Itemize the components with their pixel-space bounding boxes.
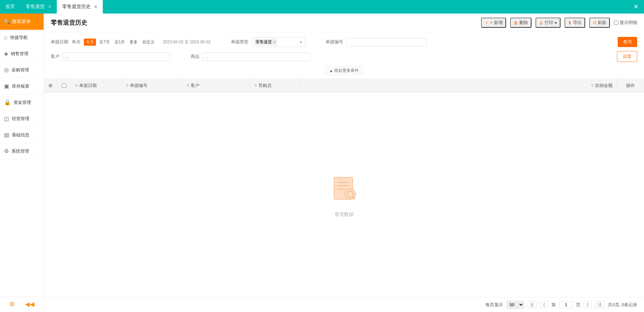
sidebar-item-quick-nav-label: 快捷导航 (10, 35, 28, 41)
tab-retail-return-close[interactable]: ✕ (48, 4, 51, 9)
date-options: 昨天 今天 近7天 近1月 更多 自定义 (71, 39, 156, 46)
page-label-prefix: 第 (551, 302, 556, 308)
bill-type-select[interactable]: 零售退货 ✕ ▾ (251, 37, 305, 47)
collapse-icon: ▲ (329, 68, 333, 73)
date-option-custom[interactable]: 自定义 (141, 39, 156, 46)
sidebar-item-sales-mgmt-label: 销售管理 (11, 51, 28, 57)
sales-icon: ◈ (4, 50, 8, 57)
th-checkbox[interactable] (57, 79, 71, 92)
th-gear[interactable]: ⚙ (44, 79, 57, 92)
sidebar-item-operations[interactable]: ◫ 经营管理 (0, 111, 44, 127)
tab-retail-return-history[interactable]: 零售退货历史 ✕ (57, 0, 103, 14)
prev-page-button[interactable]: ⟨ (540, 301, 548, 308)
last-page-button[interactable]: ⟩⟩ (595, 301, 604, 308)
sidebar-bottom: ⚙ ◀◀ (0, 296, 44, 312)
print-dropdown-icon: ▾ (555, 20, 557, 25)
th-op: 操作 (617, 79, 644, 92)
delete-button[interactable]: 🗑 删除 (510, 18, 531, 28)
page-size-select[interactable]: 50 20 100 (506, 301, 524, 309)
th-guide-sort-icon[interactable]: ⇅ (254, 84, 257, 87)
new-button[interactable]: ＋ + 新增 (481, 18, 506, 28)
th-customer-label: 客户 (191, 83, 199, 89)
sidebar-item-finance[interactable]: 🔒 资金管理 (0, 94, 44, 111)
next-page-button[interactable]: ⟩ (584, 301, 592, 308)
print-button[interactable]: 🖨 打印 ▾ (535, 18, 560, 28)
new-icon: ＋ (484, 20, 489, 26)
search-icon: 🔍 (4, 19, 10, 24)
tab-home[interactable]: 首页 (0, 0, 20, 14)
page-number-input[interactable] (559, 301, 573, 308)
tab-list: 首页 零售退货 ✕ 零售退货历史 ✕ (0, 0, 628, 14)
tab-retail-return[interactable]: 零售退货 ✕ (20, 0, 57, 14)
query-label: 查询 (623, 39, 632, 44)
date-option-7days[interactable]: 近7天 (98, 39, 111, 46)
finance-icon: 🔒 (4, 99, 11, 106)
settings-button[interactable]: 设置 (617, 51, 637, 62)
tab-retail-return-history-close[interactable]: ✕ (94, 4, 97, 9)
speaker-bottom-icon[interactable]: ◀◀ (25, 300, 34, 308)
empty-state: 暂无数据 (44, 92, 644, 297)
basic-info-icon: ▤ (4, 132, 9, 138)
refresh-button[interactable]: ↺ 刷新 (589, 18, 610, 28)
show-detail-label: 显示明细 (620, 20, 637, 26)
sys-mgmt-icon: ⚙ (4, 148, 9, 154)
bill-type-tag-close[interactable]: ✕ (273, 40, 276, 44)
sidebar-item-sys-mgmt[interactable]: ⚙ 系统管理 (0, 143, 44, 159)
show-detail-checkbox-wrap: 显示明细 (614, 20, 637, 26)
export-icon: ⬆ (568, 20, 572, 25)
pagination: 每页显示 50 20 100 ⟨⟨ ⟨ 第 页 ⟩ ⟩⟩ 共0页, 0条记录 (44, 297, 644, 312)
th-op-label: 操作 (626, 83, 635, 89)
table-area: ⚙ ⇅ 单据日期 ⇅ 单据编号 ⇅ 客户 ⇅ (44, 79, 644, 297)
sidebar-item-inventory-label: 库存核算 (12, 83, 29, 89)
settings-bottom-icon[interactable]: ⚙ (9, 300, 15, 308)
filter-item-bill-no: 单据编号 (326, 38, 427, 46)
select-all-checkbox[interactable] (62, 83, 66, 88)
th-guide-label: 导购员 (258, 83, 271, 89)
sidebar-item-sales-mgmt[interactable]: ◈ 销售管理 (0, 46, 44, 62)
empty-illustration (327, 172, 361, 206)
date-range-display: 2023-06-02 至 2023-06-02 (163, 39, 210, 45)
filter-item-goods: 商品 (191, 52, 310, 61)
show-detail-checkbox[interactable] (614, 21, 618, 25)
refresh-label: 刷新 (598, 20, 606, 26)
collapse-button[interactable]: ▲ 收起更多条件 (325, 66, 363, 75)
export-label: 导出 (573, 20, 582, 26)
customer-input[interactable] (62, 52, 170, 61)
sidebar: 🔍 搜索菜单 ⌂ 快捷导航 ◈ 销售管理 ◎ 采购管理 ▣ 库存核算 🔒 资金管… (0, 14, 44, 312)
operations-icon: ◫ (4, 115, 9, 122)
sidebar-item-finance-label: 资金管理 (14, 99, 31, 106)
sidebar-item-quick-nav[interactable]: ⌂ 快捷导航 (0, 30, 44, 46)
date-option-1month[interactable]: 近1月 (113, 39, 126, 46)
sidebar-item-purchase-mgmt[interactable]: ◎ 采购管理 (0, 62, 44, 78)
th-amount: ⇅ 实销金额 (301, 79, 617, 92)
th-amount-sort-icon[interactable]: ⇅ (591, 84, 594, 87)
th-date-sort-icon[interactable]: ⇅ (75, 84, 78, 87)
date-option-yesterday[interactable]: 昨天 (71, 39, 82, 46)
customer-label: 客户 (51, 53, 59, 60)
total-records: 共0页, 0条记录 (608, 302, 637, 308)
date-option-more[interactable]: 更多 (128, 39, 139, 46)
bill-type-tag-value: 零售退货 (256, 39, 272, 45)
export-button[interactable]: ⬆ 导出 (565, 18, 585, 28)
window-close-button[interactable]: ✕ (628, 3, 644, 10)
query-button[interactable]: 查询 (618, 37, 637, 47)
th-billno-sort-icon[interactable]: ⇅ (126, 84, 128, 87)
bill-no-label: 单据编号 (326, 39, 343, 45)
sidebar-item-basic-info[interactable]: ▤ 基础信息 (0, 127, 44, 143)
page-title: 零售退货历史 (51, 19, 87, 27)
date-option-today[interactable]: 今天 (84, 39, 96, 46)
goods-input[interactable] (202, 52, 310, 61)
sidebar-search[interactable]: 🔍 搜索菜单 (0, 14, 44, 30)
first-page-button[interactable]: ⟨⟨ (527, 301, 537, 308)
bill-no-input[interactable] (346, 38, 427, 46)
th-billno: ⇅ 单据编号 (122, 79, 183, 92)
inventory-icon: ▣ (4, 83, 9, 89)
date-filter-label: 单据日期 (51, 39, 68, 45)
filter-item-customer: 客户 (51, 52, 170, 61)
goods-label: 商品 (191, 53, 199, 60)
th-customer-sort-icon[interactable]: ⇅ (187, 84, 189, 87)
th-date-label: 单据日期 (79, 83, 97, 89)
tab-home-label: 首页 (5, 4, 15, 10)
sidebar-item-inventory[interactable]: ▣ 库存核算 (0, 78, 44, 94)
main-layout: 🔍 搜索菜单 ⌂ 快捷导航 ◈ 销售管理 ◎ 采购管理 ▣ 库存核算 🔒 资金管… (0, 14, 644, 312)
